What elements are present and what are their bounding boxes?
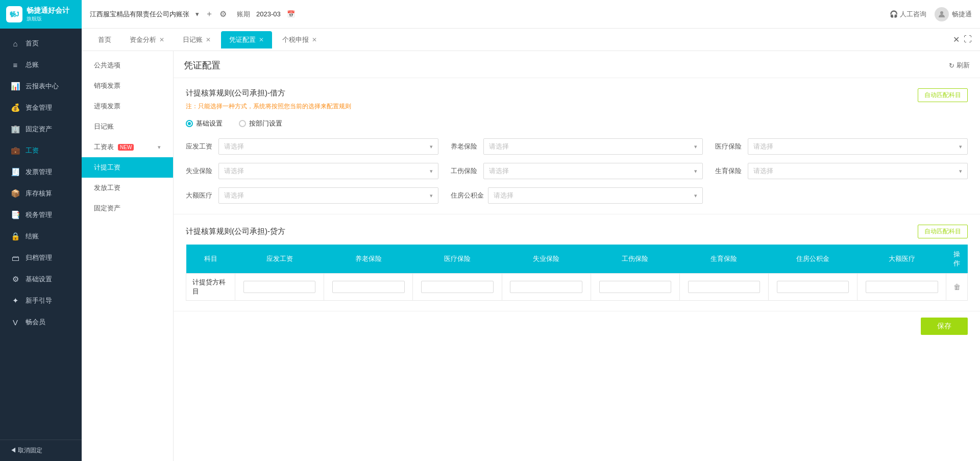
radio-dept-indicator [239, 120, 246, 127]
table-header-row: 科目 应发工资 养老保险 医疗保险 失业保险 工伤保险 生育保险 住房公积金 大… [186, 245, 968, 274]
sidebar-item-close[interactable]: 🔒 结账 [0, 226, 82, 247]
sidebar-item-salary[interactable]: 💼 工资 [0, 140, 82, 161]
sub-nav-salary-table[interactable]: 工资表 NEW ▾ [82, 137, 173, 157]
credit-section: 计提核算规则(公司承担)-贷方 自动匹配科目 科目 应发工资 养老保险 医疗保险… [174, 214, 980, 311]
sidebar-nav: ⌂ 首页 ≡ 总账 📊 云报表中心 💰 资金管理 🏢 固定资产 💼 工资 🧾 发… [0, 29, 82, 440]
sidebar-item-tax[interactable]: 📑 税务管理 [0, 204, 82, 226]
radio-basic-label: 基础设置 [196, 119, 223, 128]
row-unemployment-input[interactable] [510, 281, 582, 293]
housing-fund-label: 住房公积金 [451, 191, 484, 200]
debit-auto-match-button[interactable]: 自动匹配科目 [918, 88, 968, 102]
vip-icon: V [10, 318, 20, 327]
sub-nav-fixed-assets[interactable]: 固定资产 [82, 198, 173, 219]
col-medical: 医疗保险 [413, 245, 502, 274]
sidebar-item-funds[interactable]: 💰 资金管理 [0, 97, 82, 118]
credit-section-header: 计提核算规则(公司承担)-贷方 自动匹配科目 [186, 225, 968, 238]
sidebar-item-label: 发票管理 [26, 167, 52, 177]
sidebar-item-label: 云报表中心 [26, 82, 59, 91]
tab-journal-close-icon[interactable]: ✕ [206, 36, 211, 43]
row-injury-input[interactable] [599, 281, 671, 293]
sub-nav-purchase[interactable]: 进项发票 [82, 96, 173, 116]
unemployment-select-placeholder: 请选择 [224, 166, 244, 176]
sub-nav-salary-provision[interactable]: 计提工资 [82, 157, 173, 178]
row-injury-input-cell [591, 274, 679, 301]
sidebar-item-label: 基础设置 [26, 275, 52, 284]
guide-icon: ✦ [10, 296, 20, 305]
row-salary-input[interactable] [243, 281, 315, 293]
col-housing: 住房公积金 [769, 245, 857, 274]
save-button[interactable]: 保存 [921, 318, 968, 335]
sidebar-pin-toggle[interactable]: ◀ 取消固定 [0, 440, 82, 461]
injury-label: 工伤保险 [451, 166, 479, 176]
sub-nav-salary-pay[interactable]: 发放工资 [82, 178, 173, 198]
svg-point-0 [940, 11, 943, 14]
tab-funds-close-icon[interactable]: ✕ [159, 36, 164, 43]
radio-by-dept-setting[interactable]: 按部门设置 [239, 119, 282, 128]
sidebar-item-label: 工资 [26, 146, 39, 155]
sidebar-logo: 畅J 畅捷通好会计 旗舰版 [0, 0, 82, 29]
add-account-button[interactable]: ＋ [205, 9, 213, 19]
assets-icon: 🏢 [10, 125, 20, 134]
service-button[interactable]: 🎧 人工咨询 [890, 10, 926, 19]
tab-tax-report[interactable]: 个税申报 ✕ [274, 31, 325, 48]
sub-nav-salary-provision-label: 计提工资 [94, 163, 120, 172]
tab-voucher-config[interactable]: 凭证配置 ✕ [221, 31, 272, 48]
sidebar-item-archive[interactable]: 🗃 归档管理 [0, 247, 82, 269]
unemployment-select-arrow-icon: ▾ [430, 168, 433, 175]
sub-nav-journal-label: 日记账 [94, 122, 114, 131]
tab-journal[interactable]: 日记账 ✕ [175, 31, 219, 48]
calendar-icon[interactable]: 📅 [287, 10, 295, 18]
row-medical-input[interactable] [421, 281, 493, 293]
big-medical-select[interactable]: 请选择 ▾ [218, 187, 438, 204]
salary-select-placeholder: 请选择 [224, 142, 244, 151]
tab-tax-report-close-icon[interactable]: ✕ [312, 36, 317, 43]
tab-voucher-config-close-icon[interactable]: ✕ [259, 36, 264, 43]
row-big-medical-input[interactable] [866, 281, 938, 293]
sidebar-item-ledger[interactable]: ≡ 总账 [0, 54, 82, 76]
sidebar-item-inventory[interactable]: 📦 库存核算 [0, 183, 82, 204]
tab-funds[interactable]: 资金分析 ✕ [121, 31, 173, 48]
credit-auto-match-button[interactable]: 自动匹配科目 [918, 225, 968, 238]
sub-nav-public[interactable]: 公共选项 [82, 55, 173, 76]
row-maternity-input[interactable] [688, 281, 760, 293]
sidebar-item-settings[interactable]: ⚙ 基础设置 [0, 269, 82, 290]
topbar: 江西服宝精品有限责任公司内账张 ▾ ＋ ⚙ 账期 2023-03 📅 🎧 人工咨… [82, 0, 980, 29]
radio-basic-setting[interactable]: 基础设置 [186, 119, 223, 128]
row-housing-input[interactable] [777, 281, 849, 293]
expand-icon[interactable]: ⛶ [964, 35, 972, 44]
user-menu[interactable]: 畅捷通 [935, 7, 972, 21]
home-icon: ⌂ [10, 39, 20, 48]
settings-gear-icon[interactable]: ⚙ [219, 9, 227, 19]
salary-select[interactable]: 请选择 ▾ [218, 138, 438, 155]
close-all-icon[interactable]: ✕ [953, 35, 960, 44]
username-label: 畅捷通 [952, 10, 972, 19]
delete-row-button[interactable]: 🗑 [953, 283, 961, 291]
row-unemployment-input-cell [502, 274, 591, 301]
sidebar-item-label: 资金管理 [26, 103, 52, 112]
col-salary: 应发工资 [235, 245, 324, 274]
company-dropdown-icon[interactable]: ▾ [195, 10, 199, 18]
injury-select[interactable]: 请选择 ▾ [483, 163, 703, 179]
logo-name: 畅捷通好会计 [27, 6, 69, 15]
sidebar-item-guide[interactable]: ✦ 新手引导 [0, 290, 82, 311]
medical-select[interactable]: 请选择 ▾ [748, 138, 968, 155]
sub-nav-journal[interactable]: 日记账 [82, 116, 173, 137]
housing-fund-select[interactable]: 请选择 ▾ [488, 187, 703, 204]
funds-icon: 💰 [10, 103, 20, 112]
sidebar-item-assets[interactable]: 🏢 固定资产 [0, 118, 82, 140]
refresh-button[interactable]: ↻ 刷新 [949, 61, 970, 70]
radio-basic-indicator [186, 120, 193, 127]
sub-nav-sales[interactable]: 销项发票 [82, 76, 173, 96]
sidebar-item-vip[interactable]: V 畅会员 [0, 311, 82, 333]
pension-select[interactable]: 请选择 ▾ [483, 138, 703, 155]
row-pension-input[interactable] [332, 281, 404, 293]
sub-nav-salary-table-label: 工资表 [94, 142, 114, 152]
sidebar-item-invoices[interactable]: 🧾 发票管理 [0, 161, 82, 183]
tab-home[interactable]: 首页 [90, 31, 119, 48]
sidebar-item-reports[interactable]: 📊 云报表中心 [0, 76, 82, 97]
sidebar-item-home[interactable]: ⌂ 首页 [0, 33, 82, 54]
sidebar-item-label: 畅会员 [26, 318, 45, 327]
col-maternity: 生育保险 [679, 245, 768, 274]
maternity-select[interactable]: 请选择 ▾ [748, 163, 968, 179]
unemployment-select[interactable]: 请选择 ▾ [218, 163, 438, 179]
